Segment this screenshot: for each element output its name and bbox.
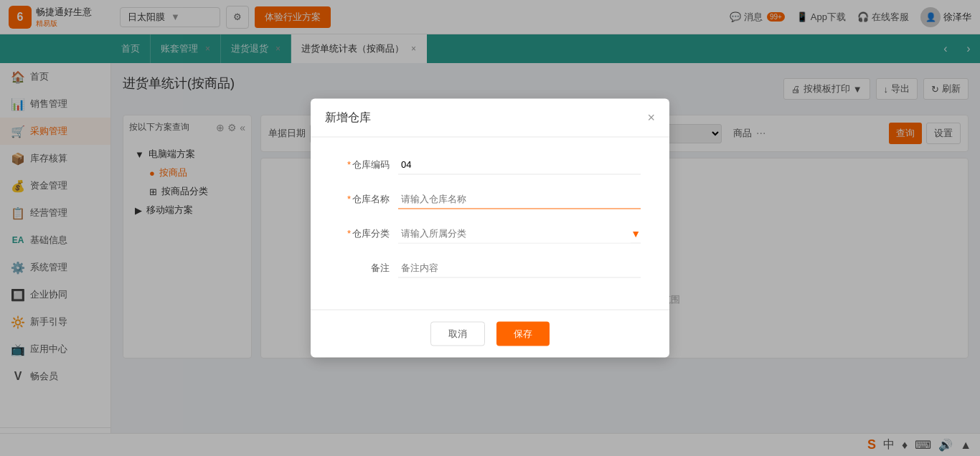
- dialog-title: 新增仓库: [325, 110, 371, 125]
- warehouse-code-field: 仓库编码: [339, 155, 641, 175]
- save-button[interactable]: 保存: [496, 322, 550, 346]
- dialog-close-btn[interactable]: ×: [647, 110, 655, 125]
- warehouse-code-input[interactable]: [398, 155, 641, 175]
- warehouse-name-input[interactable]: [398, 189, 641, 209]
- warehouse-remark-label: 备注: [339, 262, 390, 275]
- warehouse-name-label: 仓库名称: [339, 193, 390, 206]
- new-warehouse-dialog: 新增仓库 × 仓库编码 仓库名称 仓库分类 ▼ 备注 取消 保存: [311, 99, 669, 358]
- warehouse-remark-field: 备注: [339, 258, 641, 278]
- dialog-footer: 取消 保存: [311, 310, 669, 358]
- warehouse-code-label: 仓库编码: [339, 158, 390, 171]
- warehouse-remark-input[interactable]: [398, 258, 641, 278]
- dialog-body: 仓库编码 仓库名称 仓库分类 ▼ 备注: [311, 138, 669, 310]
- warehouse-category-field: 仓库分类 ▼: [339, 224, 641, 244]
- warehouse-name-field: 仓库名称: [339, 189, 641, 209]
- category-dropdown-arrow[interactable]: ▼: [631, 227, 641, 239]
- warehouse-category-select-wrap: ▼: [398, 224, 641, 244]
- dialog-header: 新增仓库 ×: [311, 99, 669, 138]
- warehouse-category-label: 仓库分类: [339, 227, 390, 240]
- cancel-button[interactable]: 取消: [430, 322, 485, 346]
- warehouse-category-input[interactable]: [398, 224, 631, 243]
